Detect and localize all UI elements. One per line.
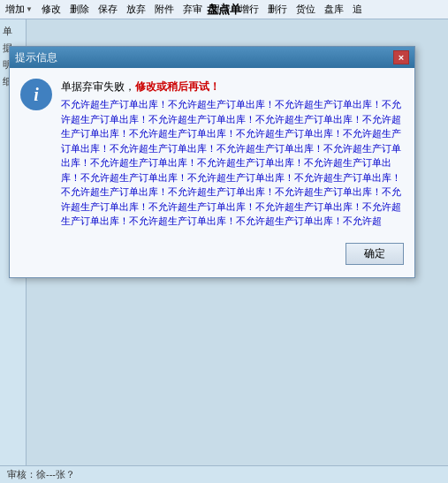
inventory-button[interactable]: 盘库 (321, 2, 347, 17)
dialog-titlebar: 提示信息 × (10, 47, 414, 68)
dialog: 提示信息 × i 单据弃审失败，修改或稍后再试！ (9, 46, 415, 278)
confirm-button[interactable]: 确定 (345, 243, 404, 265)
add-button[interactable]: 增加 ▼ (2, 2, 36, 17)
location-button[interactable]: 货位 (292, 2, 319, 17)
info-icon: i (20, 79, 52, 110)
attach-button[interactable]: 附件 (151, 2, 178, 17)
dialog-close-button[interactable]: × (393, 50, 409, 64)
page-title: 盘点单 (207, 2, 241, 18)
dialog-bold-text: 修改或稍后再试！ (135, 80, 220, 93)
edit-button[interactable]: 修改 (38, 2, 65, 17)
add-arrow-icon: ▼ (26, 5, 33, 13)
dialog-first-line: 单据弃审失败，修改或稍后再试！ (61, 79, 404, 95)
trace-button[interactable]: 追 (349, 2, 366, 17)
dialog-overlay: 提示信息 × i 单据弃审失败，修改或稍后再试！ (0, 19, 448, 483)
dialog-body: i 单据弃审失败，修改或稍后再试！ 不允许超生产订单出库！不允许超生产订单出库！… (10, 68, 414, 277)
dialog-content: i 单据弃审失败，修改或稍后再试！ 不允许超生产订单出库！不允许超生产订单出库！… (20, 79, 404, 229)
status-text: 审核：徐---张？ (7, 468, 75, 481)
save-button[interactable]: 保存 (95, 2, 121, 17)
del-row-button[interactable]: 删行 (264, 2, 291, 17)
info-circle-icon: i (20, 79, 52, 110)
abandon-button[interactable]: 放弃 (123, 2, 149, 17)
dialog-footer: 确定 (20, 239, 404, 267)
dialog-title: 提示信息 (15, 50, 57, 65)
background-content: 单 据 明 细 提示信息 × i (0, 19, 448, 483)
dialog-repeat-text: 不允许超生产订单出库！不允许超生产订单出库！不允许超生产订单出库！不允许超生产订… (61, 97, 404, 229)
reject-review-button[interactable]: 弃审 (179, 2, 206, 17)
dialog-message: 单据弃审失败，修改或稍后再试！ 不允许超生产订单出库！不允许超生产订单出库！不允… (61, 79, 404, 229)
status-bar: 审核：徐---张？ (0, 465, 448, 483)
delete-button[interactable]: 删除 (66, 2, 93, 17)
toolbar: 增加 ▼ 修改 删除 保存 放弃 附件 弃审 提请 增行 删行 货位 盘库 追 … (0, 0, 448, 19)
